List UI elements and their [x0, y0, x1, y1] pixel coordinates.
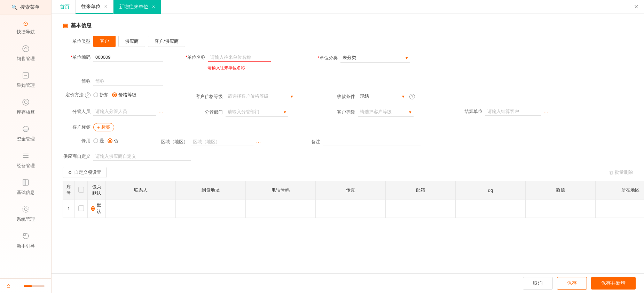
disable-row: 停用 是 否 区域（地区） ··· 备注: [63, 138, 633, 146]
name-group: *单位名称 请输入往来单位名称: [178, 53, 310, 71]
no-radio-circle: [108, 138, 112, 143]
dept-placeholder: 请输入分管部门: [228, 109, 259, 115]
discount-radio-circle: [93, 92, 98, 97]
manager-input[interactable]: [93, 107, 156, 116]
payment-select[interactable]: 现结 ▾: [358, 92, 407, 101]
sidebar-search[interactable]: 🔍 搜索菜单: [0, 0, 51, 15]
settlement-input[interactable]: [485, 107, 541, 116]
sidebar-item-operations[interactable]: 经营管理: [0, 147, 51, 174]
quicknav-icon: ⊙: [23, 20, 28, 27]
customer-price-select[interactable]: 请选择客户价格等级 ▾: [226, 92, 295, 101]
shortname-input[interactable]: [93, 77, 163, 86]
pricing-info-icon[interactable]: ?: [85, 92, 91, 98]
svg-point-4: [24, 101, 27, 104]
tab-new-counterparty[interactable]: 新增往来单位 ✕: [113, 0, 161, 14]
disable-no[interactable]: 否: [108, 138, 118, 144]
phone-input[interactable]: [249, 205, 312, 213]
customer-level-group: 客户等级 请选择客户等级 ▾: [327, 107, 449, 117]
contact-input[interactable]: [109, 205, 172, 213]
home-bottom-icon[interactable]: ⌂: [7, 282, 10, 290]
category-select[interactable]: 未分类 ▾: [340, 53, 410, 63]
wechat-input[interactable]: [529, 205, 592, 213]
row-default-label: 默认: [96, 202, 102, 215]
sidebar-item-system[interactable]: 系统管理: [0, 201, 51, 227]
row-checkbox[interactable]: [78, 205, 84, 211]
bottom-bar: 取消 保存 保存并新增: [52, 273, 644, 293]
row-default-radio[interactable]: 默认: [91, 202, 102, 215]
unit-type-customer-btn[interactable]: 客户: [93, 36, 116, 47]
col-address: 到货地址: [176, 181, 246, 200]
form-area: ▣ 基本信息 单位类型 客户 供应商 客户/供应商 *单位编码: [52, 14, 644, 273]
region-input[interactable]: [191, 138, 253, 146]
col-email: 邮箱: [386, 181, 456, 200]
fax-input[interactable]: [319, 205, 382, 213]
funds-icon: [22, 125, 30, 135]
row-region-input[interactable]: [599, 205, 644, 213]
unit-type-supplier-btn[interactable]: 供应商: [118, 36, 145, 47]
tab-bar-close-btn[interactable]: ✕: [631, 3, 641, 10]
manager-more-icon[interactable]: ···: [159, 109, 164, 114]
sidebar-item-funds[interactable]: 资金管理: [0, 120, 51, 147]
sidebar: 🔍 搜索菜单 ⊙ 快捷导航 销售管理 采购管理 库存核算 资金管理 经营管理: [0, 0, 52, 293]
section-basic-info: ▣ 基本信息: [63, 22, 633, 29]
save-button[interactable]: 保存: [557, 277, 587, 290]
customer-price-chevron: ▾: [291, 94, 293, 99]
svg-rect-9: [23, 180, 26, 185]
email-input[interactable]: [389, 205, 452, 213]
region-more-icon[interactable]: ···: [256, 139, 261, 145]
unit-type-both-btn[interactable]: 客户/供应商: [148, 36, 185, 47]
guide-icon: [22, 232, 30, 242]
sidebar-item-purchase[interactable]: 采购管理: [0, 67, 51, 93]
dept-select[interactable]: 请输入分管部门 ▾: [226, 107, 288, 117]
pricing-group: 定价方法 ? 折扣 价格等级: [63, 92, 195, 98]
select-all-checkbox[interactable]: [78, 187, 84, 193]
custom-settings-btn[interactable]: ⚙ 自定义项设置: [63, 167, 107, 178]
sidebar-item-quicknav[interactable]: ⊙ 快捷导航: [0, 15, 51, 40]
name-error-text: 请输入往来单位名称: [207, 65, 245, 71]
tag-group: 客户标签 + 标签: [63, 123, 633, 131]
payment-info-icon[interactable]: ?: [409, 94, 415, 99]
dept-chevron: ▾: [284, 109, 286, 115]
disable-yes[interactable]: 是: [93, 138, 104, 144]
pricing-row: 定价方法 ? 折扣 价格等级 客户价格等级 请选择客户价: [63, 92, 633, 101]
row-address: [176, 200, 246, 218]
sidebar-item-basicinfo[interactable]: 基础信息: [0, 174, 51, 201]
tab-counterparty[interactable]: 往来单位 ✕: [76, 0, 113, 14]
sidebar-item-guide[interactable]: 新手引导: [0, 227, 51, 254]
section-icon: ▣: [63, 22, 68, 29]
contact-table: 序号 设为默认 联系人 到货地址 电话号码 传真 邮箱 qq 微信 所在地区: [63, 181, 644, 218]
tab-counterparty-close[interactable]: ✕: [104, 4, 108, 9]
table-row: 1 默认: [63, 200, 644, 218]
sidebar-item-inventory[interactable]: 库存核算: [0, 93, 51, 120]
contact-table-section: ⚙ 自定义项设置 🗑 批量删除 序号 设为默认 联系人: [63, 167, 633, 218]
sidebar-item-label: 新手引导: [17, 243, 35, 249]
address-input[interactable]: [179, 205, 242, 213]
main-area: 首页 往来单位 ✕ 新增往来单位 ✕ ✕ ▣ 基本信息 单位类型 客户 供应商 …: [52, 0, 644, 293]
tab-home[interactable]: 首页: [54, 0, 76, 14]
qq-input[interactable]: [459, 205, 522, 213]
tag-add-btn[interactable]: + 标签: [93, 123, 114, 131]
settlement-more-icon[interactable]: ···: [544, 109, 549, 114]
row-wechat: [526, 200, 596, 218]
pricing-radio-level[interactable]: 价格等级: [112, 92, 136, 98]
tab-counterparty-label: 往来单位: [81, 3, 101, 10]
sidebar-item-label: 资金管理: [17, 136, 35, 142]
unit-type-group: 单位类型 客户 供应商 客户/供应商: [63, 36, 633, 47]
customer-level-select[interactable]: 请选择客户等级 ▾: [358, 107, 414, 117]
supplier-custom-input[interactable]: [93, 152, 191, 161]
progress-bar-bg: [24, 285, 45, 287]
remark-input[interactable]: [323, 138, 421, 146]
col-default: 设为默认: [88, 181, 106, 200]
batch-delete-btn[interactable]: 🗑 批量删除: [609, 169, 633, 176]
sidebar-item-sales[interactable]: 销售管理: [0, 40, 51, 67]
pricing-radio-discount[interactable]: 折扣: [93, 92, 109, 98]
purchase-icon: [22, 72, 30, 81]
cancel-button[interactable]: 取消: [523, 277, 553, 290]
table-body: 1 默认: [63, 200, 644, 218]
name-input[interactable]: [208, 53, 271, 62]
batch-delete-label: 批量删除: [615, 169, 633, 176]
code-input[interactable]: [93, 53, 163, 62]
category-value: 未分类: [343, 55, 356, 61]
save-and-new-button[interactable]: 保存并新增: [591, 277, 636, 290]
tab-new-close[interactable]: ✕: [152, 5, 155, 9]
